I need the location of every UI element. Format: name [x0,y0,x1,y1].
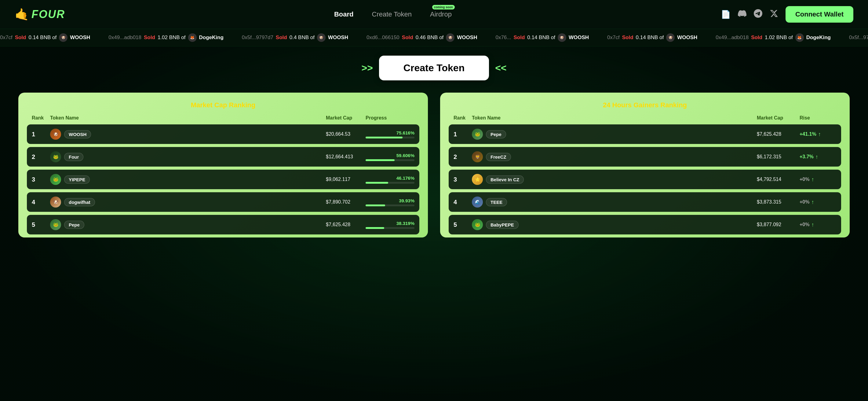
progress-cell: 39.93% [366,198,414,206]
progress-bar-fill [366,159,395,161]
rise-arrow-icon: ↑ [811,199,814,205]
ticker-item: 0x49...adb018 Sold 1.02 BNB of 🦊 DogeKin… [108,33,223,42]
ticker-item: 0x7cf Sold 0.14 BNB of 🐶 WOOSH [0,33,90,42]
gainers-row[interactable]: 2 🦁 FreeCZ $6,172.315 +3.7% ↑ [449,147,841,167]
rank-number: 3 [32,176,50,183]
twitter-icon[interactable] [770,9,778,20]
token-avatar: 🦁 [472,151,483,162]
ticker-item: 0x7cf Sold 0.14 BNB of 🐶 WOOSH [607,33,697,42]
progress-bar-bg [366,137,414,139]
token-avatar: 🐸 [50,174,61,185]
market-cap-value: $3,877.092 [757,222,800,227]
token-name-tag: YIPEPE [64,175,90,184]
progress-label: 46.176% [366,175,414,181]
market-cap-row[interactable]: 1 🐶 WOOSH $20,664.53 75.616% [27,124,419,144]
chevron-right: << [495,62,506,74]
market-cap-row[interactable]: 5 🐸 Pepe $7,625.428 38.319% [27,215,419,234]
progress-label: 39.93% [366,198,414,203]
progress-bar-fill [366,204,385,206]
progress-bar-bg [366,159,414,161]
rise-cell: +3.7% ↑ [800,154,836,160]
ticker-item: 0x5f...9797d7 Sold 0.4 BNB of 🐶 WOOSH [242,33,348,42]
nav-board[interactable]: Board [334,10,354,18]
rise-cell: +41.1% ↑ [800,131,836,138]
gainers-header: Rank Token Name Market Cap Rise [449,115,841,124]
rise-value: +3.7% [800,154,814,160]
navbar: 🤙 FOUR Board Create Token Airdrop coming… [0,0,868,29]
market-cap-value: $4,792.514 [757,177,800,182]
token-avatar: 🐸 [50,219,61,230]
rank-number: 1 [32,131,50,138]
market-cap-panel: Market Cap Ranking Rank Token Name Marke… [18,93,428,237]
rank-number: 5 [454,221,472,228]
market-cap-value: $6,172.315 [757,154,800,160]
ticker-avatar: 🦊 [795,33,804,42]
discord-icon[interactable] [738,9,746,20]
market-cap-value: $7,625.428 [326,222,366,227]
market-cap-row[interactable]: 3 🐸 YIPEPE $9,062.117 46.176% [27,170,419,189]
main-content: >> Create Token << Market Cap Ranking Ra… [0,47,868,247]
nav-airdrop[interactable]: Airdrop coming soon [430,10,452,18]
ticker-avatar: 🐶 [558,33,566,42]
chevron-left: >> [361,62,373,74]
token-avatar: 🐶 [50,129,61,140]
token-name-tag: Believe In CZ [486,175,524,184]
create-token-button[interactable]: Create Token [379,56,489,80]
rise-cell: +0% ↑ [800,176,836,183]
create-token-banner: >> Create Token << [18,56,850,80]
rise-cell: +0% ↑ [800,199,836,205]
progress-bar-bg [366,182,414,184]
token-avatar: 🌊 [472,197,483,207]
rank-number: 2 [454,153,472,161]
progress-bar-fill [366,137,403,139]
gainers-row[interactable]: 1 🐸 Pepe $7,625.428 +41.1% ↑ [449,124,841,144]
token-info: 🐸 Four [50,151,326,162]
token-avatar: 🐸 [50,151,61,162]
gainers-row[interactable]: 4 🌊 TEEE $3,873.315 +0% ↑ [449,192,841,212]
ticker-item: 0x5f...9797d7 Sold 0.4 BNB of 🐶 WOOSH [849,33,868,42]
ticker-avatar: 🐶 [317,33,326,42]
token-name-tag: BabyPEPE [486,221,519,229]
progress-bar-fill [366,227,384,229]
market-cap-row[interactable]: 2 🐸 Four $12,664.413 59.606% [27,147,419,167]
telegram-icon[interactable] [754,9,762,20]
nav-create-token[interactable]: Create Token [372,10,412,18]
market-cap-value: $9,062.117 [326,177,366,182]
progress-label: 75.616% [366,130,414,135]
gainers-rows: 1 🐸 Pepe $7,625.428 +41.1% ↑ 2 🦁 FreeCZ … [449,124,841,234]
nav-right: 📄 Connect Wallet [721,6,853,23]
market-cap-header: Rank Token Name Market Cap Progress [27,115,419,124]
logo[interactable]: 🤙 FOUR [15,8,65,21]
market-cap-row[interactable]: 4 🐶 dogwifhat $7,890.702 39.93% [27,192,419,212]
token-info: 🌊 TEEE [472,197,757,207]
gainers-panel: 24 Hours Gainers Ranking Rank Token Name… [440,93,850,237]
token-info: 🐸 YIPEPE [50,174,326,185]
progress-label: 59.606% [366,153,414,158]
progress-bar-bg [366,227,414,229]
connect-wallet-button[interactable]: Connect Wallet [785,6,853,23]
progress-cell: 75.616% [366,130,414,139]
ticker-item: 0x76... Sold 0.14 BNB of 🐶 WOOSH [495,33,589,42]
ticker-avatar: 🦊 [188,33,197,42]
market-cap-value: $20,664.53 [326,132,366,137]
progress-label: 38.319% [366,221,414,226]
document-icon[interactable]: 📄 [721,10,731,19]
gainers-row[interactable]: 3 🌟 Believe In CZ $4,792.514 +0% ↑ [449,170,841,189]
rise-value: +0% [800,222,809,227]
token-name-tag: TEEE [486,198,507,206]
ticker-avatar: 🐶 [446,33,455,42]
token-avatar: 🐸 [472,219,483,230]
rise-arrow-icon: ↑ [811,176,814,183]
rise-value: +0% [800,199,809,205]
token-info: 🌟 Believe In CZ [472,174,757,185]
rise-value: +41.1% [800,132,816,137]
market-cap-value: $3,873.315 [757,199,800,205]
rank-number: 4 [32,199,50,206]
gainers-title: 24 Hours Gainers Ranking [449,101,841,109]
token-name-tag: dogwifhat [64,198,95,206]
gainers-row[interactable]: 5 🐸 BabyPEPE $3,877.092 +0% ↑ [449,215,841,234]
progress-bar-fill [366,182,388,184]
token-avatar: 🐶 [50,197,61,207]
nav-links: Board Create Token Airdrop coming soon [334,10,452,18]
airdrop-label: Airdrop [430,10,452,18]
